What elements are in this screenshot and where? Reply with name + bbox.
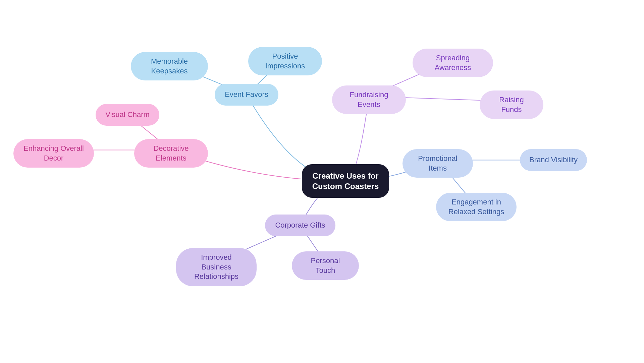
- node-event-favors: Event Favors: [215, 84, 278, 106]
- node-decorative-elements: Decorative Elements: [134, 139, 208, 168]
- node-corporate-gifts: Corporate Gifts: [265, 215, 335, 236]
- node-improved-business: Improved Business Relationships: [176, 248, 257, 286]
- node-brand-visibility: Brand Visibility: [520, 149, 587, 171]
- node-engagement-relaxed: Engagement in Relaxed Settings: [436, 193, 517, 221]
- node-memorable-keepsakes: Memorable Keepsakes: [131, 52, 208, 80]
- node-personal-touch: Personal Touch: [292, 251, 359, 280]
- node-promotional-items: Promotional Items: [402, 149, 473, 178]
- node-enhancing-decor: Enhancing Overall Decor: [13, 139, 94, 168]
- node-raising-funds: Raising Funds: [480, 90, 543, 119]
- node-spreading-awareness: Spreading Awareness: [413, 49, 493, 77]
- node-fundraising-events: Fundraising Events: [332, 85, 406, 114]
- node-visual-charm: Visual Charm: [96, 104, 159, 126]
- node-positive-impressions: Positive Impressions: [248, 47, 322, 75]
- center-node: Creative Uses for Custom Coasters: [302, 164, 389, 198]
